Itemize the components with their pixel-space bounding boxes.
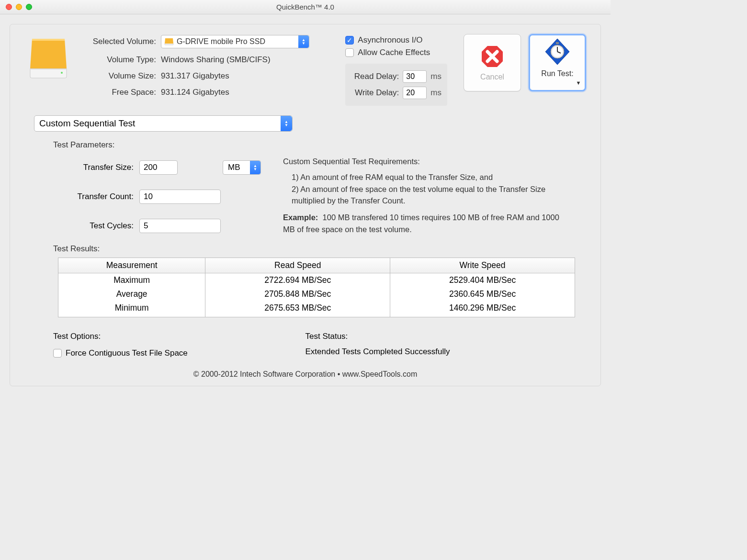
chevron-updown-icon: ▲▼	[298, 35, 309, 48]
checkmark-icon: ✓	[345, 36, 354, 45]
transfer-count-input[interactable]	[139, 190, 221, 204]
force-contiguous-label: Force Contiguous Test File Space	[66, 348, 188, 358]
dropdown-triangle-icon: ▼	[576, 80, 581, 86]
drive-icon	[24, 34, 72, 84]
table-row: Average2705.848 MB/Sec2360.645 MB/Sec	[58, 287, 575, 301]
test-cycles-input[interactable]	[139, 219, 221, 233]
volume-size-label: Volume Size:	[82, 71, 161, 81]
transfer-size-input[interactable]	[139, 160, 178, 175]
chevron-updown-icon: ▲▼	[281, 116, 292, 131]
run-test-button[interactable]: Run Test: ▼	[529, 34, 586, 91]
test-cycles-label: Test Cycles:	[58, 221, 139, 231]
free-space-label: Free Space:	[82, 88, 161, 97]
test-type-select[interactable]: Custom Sequential Test ▲▼	[34, 115, 293, 132]
transfer-size-label: Transfer Size:	[58, 163, 139, 172]
cancel-label: Cancel	[480, 73, 504, 81]
transfer-size-unit-select[interactable]: MB ▲▼	[223, 160, 261, 175]
volume-select[interactable]: G-DRIVE mobile Pro SSD ▲▼	[161, 35, 309, 48]
svg-point-2	[61, 72, 63, 74]
requirements-text: Custom Sequential Test Requirements: 1) …	[283, 156, 566, 235]
table-row: Minimum2675.653 MB/Sec1460.296 MB/Sec	[58, 301, 575, 317]
transfer-size-unit-value: MB	[228, 163, 240, 172]
volume-type-label: Volume Type:	[82, 55, 161, 65]
stop-icon	[480, 44, 505, 69]
free-space-value: 931.124 Gigabytes	[161, 88, 309, 97]
title-bar: QuickBench™ 4.0	[0, 0, 611, 14]
cache-effects-label: Allow Cache Effects	[358, 48, 430, 57]
test-status-value: Extended Tests Completed Successfully	[306, 347, 558, 357]
test-options-heading: Test Options:	[53, 332, 306, 341]
ms-label: ms	[430, 88, 441, 98]
ms-label: ms	[430, 72, 441, 81]
checkbox-empty-icon	[53, 349, 62, 358]
stopwatch-icon	[543, 38, 571, 66]
volume-size-value: 931.317 Gigabytes	[161, 71, 309, 81]
chevron-updown-icon: ▲▼	[250, 161, 260, 174]
drive-mini-icon	[164, 38, 174, 45]
col-read-speed: Read Speed	[205, 258, 390, 273]
cache-effects-checkbox[interactable]: Allow Cache Effects	[345, 46, 447, 59]
write-delay-input[interactable]	[403, 87, 427, 99]
async-io-label: Asynchronous I/O	[358, 35, 422, 45]
window-title: QuickBench™ 4.0	[0, 3, 611, 11]
cancel-button[interactable]: Cancel	[464, 34, 521, 91]
checkbox-empty-icon	[345, 48, 354, 57]
run-test-label: Run Test:	[541, 69, 573, 78]
force-contiguous-checkbox[interactable]: Force Contiguous Test File Space	[53, 347, 306, 359]
write-delay-label: Write Delay:	[351, 88, 399, 98]
transfer-count-label: Transfer Count:	[58, 192, 139, 202]
copyright-text: © 2000-2012 Intech Software Corporation …	[24, 370, 586, 379]
read-delay-label: Read Delay:	[351, 72, 399, 81]
read-delay-input[interactable]	[403, 70, 427, 83]
col-write-speed: Write Speed	[390, 258, 575, 273]
col-measurement: Measurement	[58, 258, 205, 273]
svg-rect-9	[556, 42, 559, 44]
test-parameters-heading: Test Parameters:	[53, 140, 586, 150]
test-status-heading: Test Status:	[306, 332, 558, 341]
volume-select-value: G-DRIVE mobile Pro SSD	[177, 37, 265, 46]
test-results-heading: Test Results:	[53, 244, 586, 254]
volume-type-value: Windows Sharing (SMB/CIFS)	[161, 55, 309, 65]
table-row: Maximum2722.694 MB/Sec2529.404 MB/Sec	[58, 273, 575, 287]
selected-volume-label: Selected Volume:	[82, 37, 161, 46]
results-table: Measurement Read Speed Write Speed Maxim…	[58, 258, 575, 317]
async-io-checkbox[interactable]: ✓ Asynchronous I/O	[345, 34, 447, 46]
test-type-value: Custom Sequential Test	[39, 118, 135, 129]
